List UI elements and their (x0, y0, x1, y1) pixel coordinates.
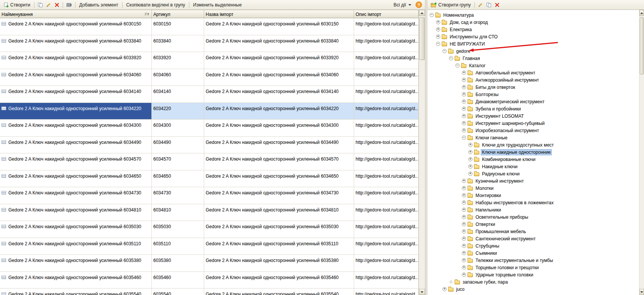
cell-import-desc[interactable]: http://gedore-tool.ru/catalog/d... (354, 255, 419, 272)
table-row[interactable]: Gedore 2 A Ключ накидной односторонний у… (0, 204, 419, 221)
cell-articul[interactable]: 6033840 (152, 35, 204, 52)
cell-import-desc[interactable]: http://gedore-tool.ru/catalog/d... (354, 289, 419, 295)
tree-item[interactable]: +Динамометрический инструмент (427, 98, 639, 105)
expand-icon[interactable]: + (468, 157, 472, 161)
tree-item[interactable]: +Болторезы (427, 91, 639, 98)
scroll-down-button[interactable] (639, 289, 644, 295)
column-header-articul[interactable]: Артикул (152, 10, 204, 18)
expand-icon[interactable]: + (462, 99, 466, 104)
expand-icon[interactable]: + (462, 229, 466, 233)
expand-icon[interactable]: + (468, 172, 472, 176)
expand-icon[interactable]: + (462, 186, 466, 190)
expand-icon[interactable]: + (462, 179, 466, 183)
tree-item[interactable]: запасные губки, пара (427, 278, 639, 286)
cell-import-name[interactable]: Gedore 2 A Ключ накидной односторонний у… (204, 137, 354, 154)
cell-import-name[interactable]: Gedore 2 A Ключ накидной односторонний у… (204, 35, 354, 52)
tree-item[interactable]: +Ключи накидные односторонние (427, 148, 639, 156)
tree-item[interactable]: −gedore (427, 47, 639, 55)
expand-icon[interactable]: + (462, 237, 466, 241)
expand-icon[interactable]: + (462, 71, 466, 75)
scroll-thumb[interactable] (419, 17, 425, 60)
table-row[interactable]: Gedore 2 A Ключ накидной односторонний у… (0, 69, 419, 86)
tree-item[interactable]: +Инструмент шарнирно-губцевый (427, 120, 639, 127)
tree-item[interactable]: −Каталог (427, 62, 639, 69)
cell-import-name[interactable]: Gedore 2 A Ключ накидной односторонний у… (204, 221, 354, 238)
expand-icon[interactable]: + (462, 78, 466, 82)
cell-import-desc[interactable]: http://gedore-tool.ru/catalog/d... (354, 204, 419, 221)
collapse-icon[interactable]: − (449, 56, 453, 60)
tree-item[interactable]: +Сантехнический инструмент (427, 235, 639, 242)
tree-item[interactable]: +Наборы инструментов в ложементах (427, 199, 639, 206)
collapse-icon[interactable]: − (455, 63, 460, 68)
cell-name[interactable]: Gedore 2 A Ключ накидной односторонний у… (0, 187, 152, 204)
cell-name[interactable]: Gedore 2 A Ключ накидной односторонний у… (0, 289, 152, 295)
help-icon[interactable] (416, 2, 422, 8)
tree-item[interactable]: −Номенклатура (427, 11, 639, 19)
expand-icon[interactable]: + (462, 273, 466, 277)
table-row[interactable]: Gedore 2 A Ключ накидной односторонний у… (0, 137, 419, 154)
scroll-down-button[interactable] (419, 289, 425, 295)
table-row[interactable]: Gedore 2 A Ключ накидной односторонний у… (0, 221, 419, 238)
cell-import-desc[interactable]: http://gedore-tool.ru/catalog/d... (354, 187, 419, 204)
collapse-icon[interactable]: − (462, 136, 466, 140)
expand-icon[interactable]: + (436, 35, 440, 39)
table-row[interactable]: Gedore 2 A Ключ накидной односторонний у… (0, 52, 419, 69)
scroll-up-button[interactable] (639, 10, 644, 16)
expand-icon[interactable]: + (442, 287, 447, 291)
cell-import-name[interactable]: Gedore 2 A Ключ накидной односторонний у… (204, 170, 354, 188)
table-row[interactable]: Gedore 2 A Ключ накидной односторонний у… (0, 272, 419, 289)
cell-import-desc[interactable]: http://gedore-tool.ru/catalog/d... (354, 153, 419, 170)
cell-import-name[interactable]: Gedore 2 A Ключ накидной односторонний у… (204, 69, 354, 86)
collapse-icon[interactable]: − (430, 13, 434, 17)
expand-icon[interactable]: + (462, 251, 466, 255)
cell-articul[interactable]: 6030150 (152, 18, 204, 35)
tree-scrollbar[interactable] (639, 10, 644, 295)
expand-icon[interactable]: + (462, 200, 466, 205)
expand-icon[interactable]: + (462, 208, 466, 212)
cell-import-name[interactable]: Gedore 2 A Ключ накидной односторонний у… (204, 103, 354, 120)
tree-item[interactable]: +Автомобильный инструмент (427, 69, 639, 76)
cell-import-desc[interactable]: http://gedore-tool.ru/catalog/d... (354, 103, 419, 120)
cell-import-desc[interactable]: http://gedore-tool.ru/catalog/d... (354, 86, 419, 103)
create-group-button[interactable]: Створити групу (429, 2, 472, 8)
edit-group-button[interactable] (477, 2, 484, 8)
cell-name[interactable]: Gedore 2 A Ключ накидной односторонний у… (0, 238, 152, 255)
tree-item[interactable]: +Електрика (427, 26, 639, 33)
cell-name[interactable]: Gedore 2 A Ключ накидной односторонний у… (0, 255, 152, 272)
tree-item[interactable]: +Напильники (427, 206, 639, 213)
cell-name[interactable]: Gedore 2 A Ключ накидной односторонний у… (0, 18, 152, 35)
delete-button[interactable] (53, 2, 61, 8)
expand-icon[interactable]: + (462, 193, 466, 197)
expand-icon[interactable]: + (468, 150, 472, 154)
table-row[interactable]: Gedore 2 A Ключ накидной односторонний у… (0, 35, 419, 52)
tree-item[interactable]: +Отвертки (427, 221, 639, 228)
tree-item[interactable]: +Инструменты для СТО (427, 33, 639, 40)
cell-name[interactable]: Gedore 2 A Ключ накидной односторонний у… (0, 52, 152, 69)
collapse-icon[interactable]: − (436, 42, 440, 46)
cell-articul[interactable]: 6034220 (152, 103, 204, 120)
cell-articul[interactable]: 6034650 (152, 170, 204, 188)
cell-name[interactable]: Gedore 2 A Ключ накидной односторонний у… (0, 86, 152, 103)
cell-articul[interactable]: 6034490 (152, 137, 204, 154)
cell-articul[interactable]: 6034300 (152, 120, 204, 137)
tree-item[interactable]: −Главная (427, 55, 639, 62)
expand-icon[interactable]: + (468, 143, 472, 147)
tree-item[interactable]: +Молотки (427, 185, 639, 192)
tree-item[interactable]: +Антикоррозийный инструмент (427, 76, 639, 84)
cell-import-name[interactable]: Gedore 2 A Ключ накидной односторонний у… (204, 86, 354, 103)
cell-import-desc[interactable]: http://gedore-tool.ru/catalog/d... (354, 272, 419, 289)
edit-selected-button[interactable]: Изменить выделенные (191, 2, 244, 8)
tree-item[interactable]: +Промышленная мебель (427, 228, 639, 235)
cell-import-name[interactable]: Gedore 2 A Ключ накидной односторонний у… (204, 153, 354, 170)
cell-import-desc[interactable]: http://gedore-tool.ru/catalog/d... (354, 35, 419, 52)
cell-import-desc[interactable]: http://gedore-tool.ru/catalog/d... (354, 170, 419, 188)
table-row[interactable]: Gedore 2 A Ключ накидной односторонний у… (0, 170, 419, 188)
tree-item[interactable]: −НЕ ВИГРУЖАТИ (427, 40, 639, 47)
cell-name[interactable]: Gedore 2 A Ключ накидной односторонний у… (0, 137, 152, 154)
scroll-up-button[interactable] (419, 10, 425, 16)
cell-import-name[interactable]: Gedore 2 A Ключ накидной односторонний у… (204, 120, 354, 137)
cell-import-desc[interactable]: http://gedore-tool.ru/catalog/d... (354, 18, 419, 35)
cell-import-desc[interactable]: http://gedore-tool.ru/catalog/d... (354, 69, 419, 86)
expand-icon[interactable]: + (462, 114, 466, 118)
column-header-import-desc[interactable]: Опис імпорт (354, 10, 419, 18)
